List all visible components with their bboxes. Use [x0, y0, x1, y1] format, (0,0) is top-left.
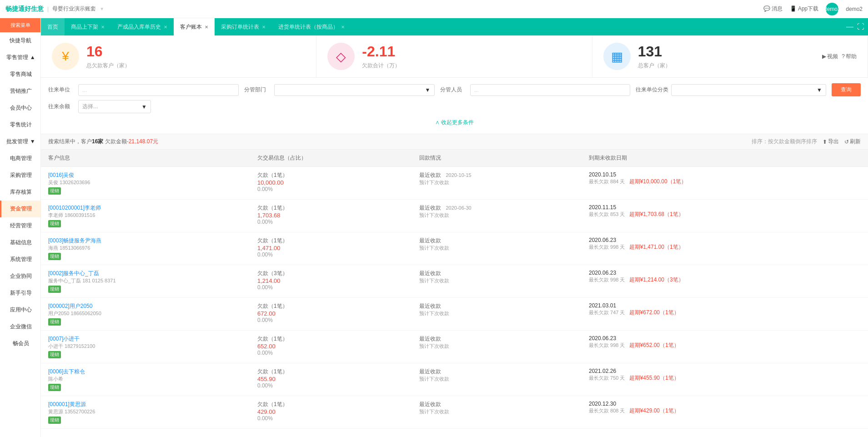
overdue-days-0: 最长欠款 884 天 超期¥10,000.00（1笔） — [589, 178, 861, 186]
customer-name-3[interactable]: [0002]服务中心_丁磊 — [48, 270, 243, 277]
td-payment-7: 最近收款 预计下次收款 — [412, 396, 582, 429]
tab-purchase-order[interactable]: 采购订单统计表 ✕ — [215, 18, 272, 35]
sidebar-item-retail-mall[interactable]: 零售商城 — [0, 66, 40, 83]
tab-close-purchase-order[interactable]: ✕ — [262, 25, 266, 30]
sidebar-item-retail-stat[interactable]: 零售统计 — [0, 116, 40, 133]
owe-amount-1[interactable]: 1,703.68 — [257, 212, 405, 219]
tab-product-shelf[interactable]: 商品上下架 ✕ — [65, 18, 111, 35]
owe-count-1: 欠款（1笔） — [257, 204, 405, 212]
owe-amount-2[interactable]: 1,471.00 — [257, 245, 405, 251]
overdue-tag-5[interactable]: 超期¥652.00（1笔） — [629, 342, 679, 348]
filter-select-dept[interactable]: ▼ — [274, 84, 435, 96]
sidebar-item-purchase-mgmt[interactable]: 采购管理 — [0, 167, 40, 184]
owe-percent-6: 0.00% — [257, 382, 405, 389]
owe-amount-3[interactable]: 1,214.00 — [257, 277, 405, 284]
td-duedate-5: 2020.06.23 最长欠款 998 天 超期¥652.00（1笔） — [582, 331, 868, 363]
th-duedate: 到期未收款日期 — [582, 150, 868, 167]
customer-phone-1: 李老师 18600391516 — [48, 212, 243, 219]
top-bar-right: 💬 消息 📱 App下载 demo2 demo2 — [763, 3, 863, 15]
customer-phone-7: 黄思源 13552700226 — [48, 408, 243, 415]
app-download-btn[interactable]: 📱 App下载 — [790, 5, 818, 13]
sidebar-quick-nav[interactable]: 快捷导航 — [0, 32, 40, 49]
sidebar-search[interactable]: 搜索菜单 — [0, 18, 40, 32]
td-payment-4: 最近收款 预计下次收款 — [412, 298, 582, 331]
tab-home[interactable]: 首页 — [41, 18, 65, 35]
owe-percent-1: 0.00% — [257, 219, 405, 225]
sidebar-item-vip-member[interactable]: 畅会员 — [0, 335, 40, 352]
tab-customer-account[interactable]: 客户账本 ✕ — [174, 18, 215, 35]
sidebar-item-corp-wechat[interactable]: 企业微信 — [0, 318, 40, 335]
data-table: 客户信息 欠交易信息（占比） 回款情况 到期未收款日期 [0016]吴俊 吴俊 … — [41, 150, 868, 429]
td-duedate-4: 2021.03.01 最长欠款 747 天 超期¥672.00（1笔） — [582, 298, 868, 331]
customer-name-7[interactable]: [000001]黄思源 — [48, 401, 243, 408]
owe-percent-5: 0.00% — [257, 350, 405, 356]
next-payment-label-2: 预计下次收款 — [419, 245, 574, 251]
overdue-tag-3[interactable]: 超期¥1,214.00（3笔） — [629, 276, 684, 283]
sidebar-item-retail-mgmt[interactable]: 零售管理 ▲ — [0, 49, 40, 66]
customer-name-2[interactable]: [0003]畅捷服务尹海燕 — [48, 237, 243, 245]
sidebar-item-inventory[interactable]: 库存核算 — [0, 184, 40, 201]
sort-label[interactable]: 排序：按欠款金额倒序排序 — [752, 138, 817, 146]
sidebar-item-biz-mgmt[interactable]: 经营管理 — [0, 217, 40, 234]
due-date-4: 2021.03.01 — [589, 302, 861, 309]
overdue-tag-6[interactable]: 超期¥455.90（1笔） — [629, 375, 679, 381]
owe-amount-7[interactable]: 429.00 — [257, 408, 405, 415]
customer-name-1[interactable]: [00010200001]李老师 — [48, 204, 243, 212]
badge-current-2: 现销 — [48, 253, 61, 260]
help-btn[interactable]: ? 帮助 — [842, 53, 857, 60]
sidebar-item-app-center[interactable]: 应用中心 — [0, 301, 40, 318]
owe-amount-5[interactable]: 652.00 — [257, 343, 405, 350]
due-date-6: 2021.02.26 — [589, 368, 861, 374]
tab-product-history[interactable]: 产成品入库单历史 ✕ — [111, 18, 174, 35]
table-row: [0002]服务中心_丁磊 服务中心_丁磊 181 0125 8371 现销 欠… — [41, 265, 868, 298]
customer-name-0[interactable]: [0016]吴俊 — [48, 171, 243, 179]
filter-label-company: 往来单位 — [48, 86, 75, 94]
sidebar-item-member[interactable]: 会员中心 — [0, 100, 40, 116]
collapse-bar[interactable]: ∧ 收起更多条件 — [48, 117, 861, 128]
tab-close-purchase-stat[interactable]: ✕ — [341, 25, 345, 30]
tab-close-product-shelf[interactable]: ✕ — [101, 25, 105, 30]
tab-close-customer-account[interactable]: ✕ — [205, 25, 208, 30]
filter-select-category[interactable]: ▼ — [671, 84, 826, 96]
sidebar-item-marketing[interactable]: 营销推广 — [0, 83, 40, 100]
customer-name-6[interactable]: [0006]去下粮仓 — [48, 368, 243, 376]
tabs-minimize-icon[interactable]: — — [846, 23, 853, 31]
table-row: [00010200001]李老师 李老师 18600391516 现销 欠款（1… — [41, 200, 868, 232]
due-date-2: 2020.06.23 — [589, 237, 861, 243]
customer-name-4[interactable]: [000002]用户2050 — [48, 302, 243, 310]
td-payment-6: 最近收款 预计下次收款 — [412, 363, 582, 396]
overdue-tag-7[interactable]: 超期¥429.00（1笔） — [629, 407, 679, 414]
tab-purchase-stat[interactable]: 进货单统计表（按商品） ✕ — [272, 18, 351, 35]
filter-input-company[interactable]: ... — [78, 84, 239, 96]
td-duedate-2: 2020.06.23 最长欠款 998 天 超期¥1,471.00（1笔） — [582, 232, 868, 265]
sidebar-item-sys-mgmt[interactable]: 系统管理 — [0, 251, 40, 268]
owe-amount-0[interactable]: 10,000.00 — [257, 179, 405, 186]
overdue-days-4: 最长欠款 747 天 超期¥672.00（1笔） — [589, 309, 861, 316]
owe-amount-6[interactable]: 455.90 — [257, 376, 405, 382]
sidebar-item-ecom-mgmt[interactable]: 电商管理 — [0, 150, 40, 167]
overdue-tag-2[interactable]: 超期¥1,471.00（1笔） — [629, 244, 684, 250]
query-button[interactable]: 查询 — [832, 83, 861, 96]
view-video-btn[interactable]: ▶ 视频 — [822, 53, 838, 60]
filter-select-balance[interactable]: 选择... ▼ — [78, 100, 151, 113]
overdue-tag-1[interactable]: 超期¥1,703.68（1笔） — [629, 211, 684, 217]
table-row: [0007]小进干 小进干 18279152100 现销 欠款（1笔） 652.… — [41, 331, 868, 363]
message-btn[interactable]: 💬 消息 — [763, 5, 783, 13]
tab-close-product-history[interactable]: ✕ — [164, 25, 167, 30]
sidebar-item-capital-mgmt[interactable]: 资金管理 — [0, 201, 40, 217]
sidebar-item-basic-info[interactable]: 基础信息 — [0, 234, 40, 251]
export-button[interactable]: ⬆ 导出 — [823, 138, 839, 146]
customer-name-5[interactable]: [0007]小进干 — [48, 335, 243, 343]
sidebar-item-batch-mgmt[interactable]: 批发管理 ▼ — [0, 133, 40, 150]
filter-label-person: 分管人员 — [440, 86, 467, 94]
tabs-maximize-icon[interactable]: ⛶ — [857, 23, 864, 31]
card2-label: 欠款合计（万） — [362, 62, 400, 70]
overdue-tag-4[interactable]: 超期¥672.00（1笔） — [629, 309, 679, 316]
filter-label-balance: 往来余额 — [48, 103, 75, 111]
sidebar-item-new-guide[interactable]: 新手引导 — [0, 285, 40, 301]
sidebar-item-corp-collab[interactable]: 企业协同 — [0, 268, 40, 285]
owe-amount-4[interactable]: 672.00 — [257, 310, 405, 317]
filter-input-person[interactable]: ... — [470, 84, 631, 96]
refresh-button[interactable]: ↺ 刷新 — [844, 138, 861, 146]
overdue-tag-0[interactable]: 超期¥10,000.00（1笔） — [629, 178, 687, 185]
